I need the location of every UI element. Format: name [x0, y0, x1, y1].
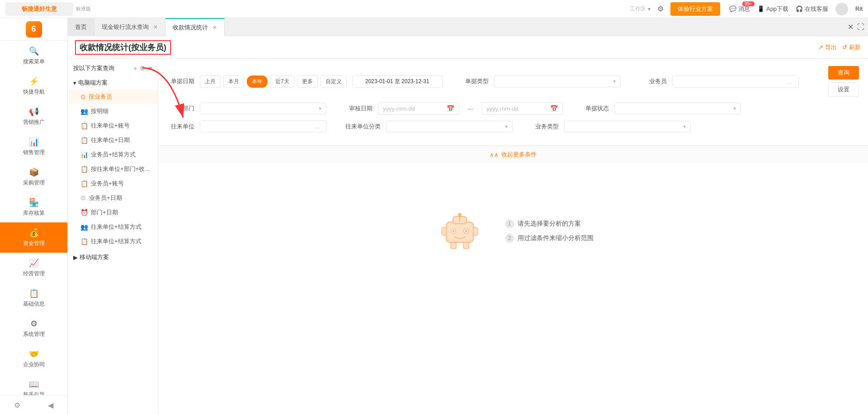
- date-btn-more[interactable]: 更多: [297, 75, 318, 88]
- tree-child-salesman-settlement[interactable]: 📊 业务员+结算方式: [68, 147, 158, 162]
- svg-point-7: [465, 230, 467, 232]
- empty-tip-2: 2 用过滤条件来缩小分析范围: [505, 234, 594, 243]
- salesman-date-icon: ⚙: [80, 194, 86, 202]
- tree-child-customer-account[interactable]: 📋 往来单位+账号: [68, 118, 158, 133]
- user-avatar[interactable]: [835, 3, 848, 15]
- salesman-more-icon: ...: [787, 78, 792, 85]
- add-scheme-icon[interactable]: +: [133, 65, 137, 72]
- empty-state-content: 1 请先选择要分析的方案 2 用过滤条件来缩小分析范围: [433, 204, 594, 258]
- sidebar-item-guide[interactable]: 📖 新手引导: [0, 374, 67, 395]
- filter-actions: 查询 设置: [828, 66, 859, 97]
- online-service-btn[interactable]: 🎧 在线客服: [796, 5, 828, 13]
- date-btn-this-year[interactable]: 本年: [247, 75, 268, 88]
- sidebar-item-finance[interactable]: 💰 资金管理: [0, 222, 67, 253]
- sales-icon: 📊: [29, 137, 39, 147]
- tree-child-customer-date[interactable]: 📋 往来单位+日期: [68, 133, 158, 147]
- sidebar-item-marketing[interactable]: 📢 营销推广: [0, 101, 67, 132]
- sidebar-item-enterprise[interactable]: 🤝 企业协同: [0, 344, 67, 374]
- export-btn[interactable]: ↗ 导出: [818, 43, 837, 52]
- app-version: 标准版: [76, 5, 91, 12]
- voucher-type-arrow-icon: ▾: [613, 78, 616, 85]
- setting-btn[interactable]: 设置: [828, 82, 859, 97]
- sidebar-item-basic-info[interactable]: 📋 基础信息: [0, 283, 67, 313]
- workspace-text: 工作区: [630, 5, 646, 13]
- sidebar-collapse-icon[interactable]: ◀: [48, 401, 53, 410]
- tip-num-2: 2: [505, 234, 514, 243]
- sidebar-menu: 🔍 搜索菜单 ⚡ 快捷导航 📢 营销推广 📊 销售管理 📦 采购管理 🏪 库存核…: [0, 41, 67, 395]
- sidebar-item-search[interactable]: 🔍 搜索菜单: [0, 41, 67, 71]
- app-download-btn[interactable]: 📱 App下载: [757, 5, 788, 13]
- sidebar-item-system[interactable]: ⚙ 系统管理: [0, 313, 67, 344]
- empty-tips: 1 请先选择要分析的方案 2 用过滤条件来缩小分析范围: [505, 219, 594, 243]
- message-btn[interactable]: 💬 消息 99+: [729, 5, 750, 13]
- sidebar-item-purchase[interactable]: 📦 采购管理: [0, 162, 67, 192]
- trial-btn[interactable]: 体验行业方案: [670, 2, 720, 16]
- salesman-select[interactable]: ...: [672, 75, 799, 88]
- query-btn[interactable]: 查询: [828, 66, 859, 80]
- biz-type-label: 业务类型: [532, 123, 559, 131]
- customer-label: 往来单位: [167, 123, 194, 131]
- tree-child-customer-settlement1[interactable]: 👥 往来单位+结算方式: [68, 220, 158, 234]
- sidebar-item-sales[interactable]: 📊 销售管理: [0, 132, 67, 162]
- tree-child-by-detail[interactable]: 👥 按明细: [68, 104, 158, 118]
- dept-arrow-icon: ▾: [319, 105, 321, 112]
- tab-home[interactable]: 首页: [68, 18, 94, 36]
- settings-gear-icon[interactable]: ⚙: [654, 3, 667, 15]
- sidebar-item-operations[interactable]: 📈 经营管理: [0, 253, 67, 283]
- date-btn-this-month[interactable]: 本月: [223, 75, 244, 88]
- date-btn-last-7-days[interactable]: 近7天: [270, 75, 294, 88]
- tree-child-customer-dept[interactable]: 📋 按往来单位+部门+收...: [68, 162, 158, 176]
- dept-select[interactable]: ▾: [200, 103, 326, 114]
- customer-type-label: 往来单位分类: [345, 123, 381, 131]
- customer-select[interactable]: ...: [200, 120, 326, 132]
- left-panel-header-icons: + ⚙ «: [133, 64, 152, 72]
- tab-bar: 首页 现金银行流水查询 ✕ 收款情况统计 ✕ ✕ ⛶: [68, 18, 868, 36]
- tree-child-dept-date[interactable]: ⏰ 部门+日期: [68, 205, 158, 220]
- tree-parent-pc[interactable]: ▾ 电脑端方案: [68, 76, 158, 90]
- tab-receipt-stat[interactable]: 收款情况统计 ✕: [165, 18, 225, 36]
- tree-child-salesman-date[interactable]: ⚙ 业务员+日期: [68, 191, 158, 205]
- workspace-dropdown-icon[interactable]: ▾: [648, 6, 651, 12]
- tree-child-customer-settlement2[interactable]: 📋 往来单位+结算方式: [68, 234, 158, 249]
- service-icon: 🎧: [796, 5, 803, 12]
- voucher-status-select[interactable]: ▾: [614, 103, 741, 114]
- active-scheme-icon: ⊙: [80, 93, 86, 100]
- sidebar-item-quick-nav[interactable]: ⚡ 快捷导航: [0, 71, 67, 101]
- refresh-icon: ↺: [842, 44, 847, 51]
- expand-window-icon[interactable]: ⛶: [857, 23, 864, 31]
- brand-icon: 6: [26, 21, 42, 38]
- svg-rect-8: [442, 227, 446, 236]
- calendar-to-icon: 📅: [550, 105, 558, 112]
- voucher-type-select[interactable]: ▾: [494, 75, 621, 87]
- biz-type-select[interactable]: ▾: [564, 121, 691, 132]
- scheme-settings-icon[interactable]: ⚙: [140, 65, 146, 72]
- sidebar-item-inventory[interactable]: 🏪 库存核算: [0, 192, 67, 222]
- refresh-btn[interactable]: ↺ 刷新: [842, 43, 861, 52]
- basic-info-icon: 📋: [29, 288, 39, 298]
- tree-child-by-salesman[interactable]: ⊙ 按业务员: [68, 90, 158, 104]
- review-date-to[interactable]: yyyy-mm-dd 📅: [481, 102, 563, 115]
- detail-icon: 👥: [80, 108, 88, 115]
- svg-point-6: [453, 230, 455, 232]
- date-label: 单据日期: [167, 77, 194, 85]
- date-btn-last-month[interactable]: 上月: [200, 75, 221, 88]
- tab-receipt-stat-close[interactable]: ✕: [212, 24, 217, 31]
- collapse-panel-icon[interactable]: «: [148, 64, 152, 72]
- operations-icon: 📈: [29, 258, 39, 268]
- tab-bank-flow-close[interactable]: ✕: [153, 24, 158, 30]
- tab-bar-controls: ✕ ⛶: [848, 18, 868, 36]
- tree-child-salesman-account[interactable]: 📋 业务员+账号: [68, 176, 158, 191]
- close-window-icon[interactable]: ✕: [848, 23, 854, 31]
- tab-bank-flow[interactable]: 现金银行流水查询 ✕: [94, 18, 165, 36]
- date-btn-custom[interactable]: 自定义: [321, 75, 347, 88]
- sidebar-settings-icon[interactable]: ⚙: [14, 401, 20, 410]
- tree-parent-mobile[interactable]: ▶ 移动端方案: [68, 250, 158, 264]
- review-date-from[interactable]: yyyy-mm-dd 📅: [378, 102, 459, 115]
- customer-type-select[interactable]: ▾: [386, 121, 513, 132]
- collapse-bar[interactable]: ∧∧ 收起更多条件: [158, 146, 868, 163]
- calendar-from-icon: 📅: [447, 105, 454, 112]
- tree-expand-mobile-icon: ▶: [73, 254, 78, 261]
- page-header: 收款情况统计(按业务员) ↗ 导出 ↺ 刷新: [68, 36, 868, 59]
- svg-rect-11: [463, 242, 469, 249]
- salesman-label: 业务员: [640, 77, 667, 85]
